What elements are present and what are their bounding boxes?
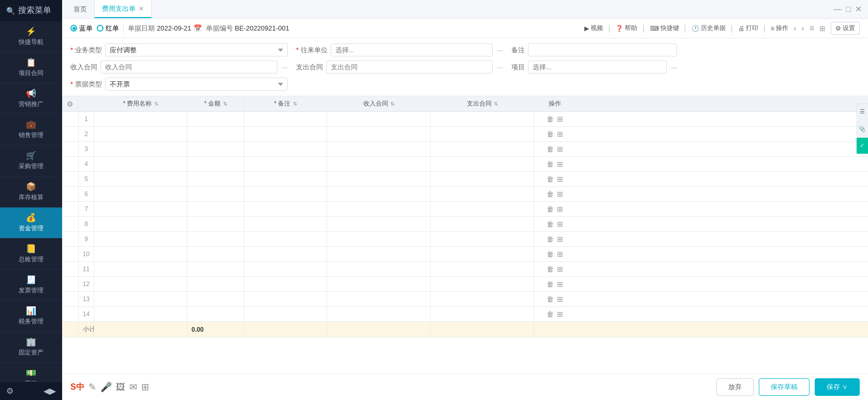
config-gear-icon[interactable]: ⚙ — [67, 100, 73, 108]
project-input[interactable] — [528, 61, 667, 73]
action-history[interactable]: 🕐 历史单据 — [692, 24, 726, 33]
sort-income-contract-icon[interactable]: ⇅ — [390, 101, 394, 107]
mic-icon[interactable]: 🎤 — [100, 381, 112, 393]
income-contract-dots-icon[interactable]: ··· — [282, 63, 288, 71]
tab-close-icon[interactable]: ✕ — [139, 5, 144, 12]
row-expense-name[interactable] — [94, 232, 187, 246]
remark-input[interactable] — [528, 43, 677, 56]
action-operations[interactable]: ≡ 操作 — [771, 24, 788, 33]
row-income-contract[interactable] — [327, 112, 431, 126]
row-expense-contract[interactable] — [431, 307, 534, 321]
row-income-contract[interactable] — [327, 127, 431, 141]
row-expense-contract[interactable] — [431, 277, 534, 291]
grid-icon[interactable]: ⊞ — [141, 381, 149, 393]
copy-row-icon[interactable]: ⊞ — [557, 280, 563, 288]
row-expense-contract[interactable] — [431, 187, 534, 201]
row-expense-name[interactable] — [94, 217, 187, 231]
row-amount[interactable] — [187, 172, 244, 186]
row-amount[interactable] — [187, 217, 244, 231]
row-expense-contract[interactable] — [431, 142, 534, 156]
row-income-contract[interactable] — [327, 202, 431, 216]
row-expense-contract[interactable] — [431, 232, 534, 246]
row-remark[interactable] — [244, 277, 327, 291]
row-expense-contract[interactable] — [431, 112, 534, 126]
window-maximize-icon[interactable]: □ — [844, 5, 853, 14]
row-amount[interactable] — [187, 187, 244, 201]
row-expense-name[interactable] — [94, 142, 187, 156]
row-expense-name[interactable] — [94, 127, 187, 141]
action-video[interactable]: ▶ 视频 — [584, 24, 603, 33]
delete-row-icon[interactable]: 🗑 — [547, 310, 554, 318]
delete-row-icon[interactable]: 🗑 — [547, 265, 554, 273]
copy-row-icon[interactable]: ⊞ — [557, 250, 563, 258]
settings-button[interactable]: ⚙ 设置 — [831, 22, 860, 35]
row-amount[interactable] — [187, 232, 244, 246]
copy-row-icon[interactable]: ⊞ — [557, 160, 563, 168]
copy-row-icon[interactable]: ⊞ — [557, 295, 563, 303]
nav-prev-icon[interactable]: ‹ — [793, 24, 796, 33]
sidebar-item-fixed-assets[interactable]: 🏢 固定资产 — [0, 332, 62, 363]
list-view-icon[interactable]: ≡ — [810, 24, 814, 33]
row-remark[interactable] — [244, 262, 327, 276]
row-remark[interactable] — [244, 172, 327, 186]
discard-button[interactable]: 放弃 — [716, 378, 754, 396]
row-expense-name[interactable] — [94, 247, 187, 261]
row-expense-contract[interactable] — [431, 172, 534, 186]
action-help[interactable]: ❓ 帮助 — [615, 24, 637, 33]
delete-row-icon[interactable]: 🗑 — [547, 220, 554, 228]
row-expense-name[interactable] — [94, 112, 187, 126]
row-income-contract[interactable] — [327, 187, 431, 201]
edit-icon[interactable]: ✎ — [89, 381, 96, 393]
side-panel-btn-1[interactable]: ☰ — [857, 103, 868, 120]
sidebar-item-payroll[interactable]: 💵 工资 — [0, 363, 62, 381]
row-income-contract[interactable] — [327, 217, 431, 231]
delete-row-icon[interactable]: 🗑 — [547, 190, 554, 198]
side-panel-btn-3[interactable]: ✓ — [857, 138, 868, 154]
volume-icon[interactable]: ◀▶ — [43, 386, 56, 396]
sidebar-item-accounting[interactable]: 📒 总账管理 — [0, 239, 62, 270]
copy-row-icon[interactable]: ⊞ — [557, 115, 563, 123]
copy-row-icon[interactable]: ⊞ — [557, 175, 563, 183]
mail-icon[interactable]: ✉ — [129, 381, 137, 393]
party-input[interactable] — [331, 43, 493, 56]
tab-home[interactable]: 首页 — [66, 0, 95, 18]
row-expense-name[interactable] — [94, 307, 187, 321]
row-remark[interactable] — [244, 217, 327, 231]
row-expense-contract[interactable] — [431, 127, 534, 141]
row-remark[interactable] — [244, 232, 327, 246]
window-minimize-icon[interactable]: — — [831, 5, 844, 14]
row-expense-name[interactable] — [94, 187, 187, 201]
row-expense-name[interactable] — [94, 157, 187, 171]
window-close-icon[interactable]: ✕ — [853, 4, 864, 14]
row-expense-contract[interactable] — [431, 202, 534, 216]
row-remark[interactable] — [244, 292, 327, 306]
row-expense-contract[interactable] — [431, 247, 534, 261]
row-amount[interactable] — [187, 247, 244, 261]
sidebar-item-project-contract[interactable]: 📋 项目合同 — [0, 52, 62, 83]
row-expense-name[interactable] — [94, 172, 187, 186]
copy-row-icon[interactable]: ⊞ — [557, 310, 563, 318]
row-amount[interactable] — [187, 262, 244, 276]
delete-row-icon[interactable]: 🗑 — [547, 175, 554, 183]
delete-row-icon[interactable]: 🗑 — [547, 160, 554, 168]
row-expense-name[interactable] — [94, 262, 187, 276]
date-value[interactable]: 2022-09-21 — [157, 24, 192, 32]
nav-next-icon[interactable]: › — [801, 24, 804, 33]
row-expense-name[interactable] — [94, 277, 187, 291]
row-income-contract[interactable] — [327, 232, 431, 246]
row-amount[interactable] — [187, 277, 244, 291]
col-expense-contract[interactable]: 支出合同 ⇅ — [431, 96, 534, 111]
delete-row-icon[interactable]: 🗑 — [547, 115, 554, 123]
delete-row-icon[interactable]: 🗑 — [547, 250, 554, 258]
col-remark[interactable]: * 备注 ⇅ — [244, 96, 327, 111]
row-amount[interactable] — [187, 127, 244, 141]
copy-row-icon[interactable]: ⊞ — [557, 235, 563, 243]
row-remark[interactable] — [244, 142, 327, 156]
row-income-contract[interactable] — [327, 247, 431, 261]
row-amount[interactable] — [187, 157, 244, 171]
business-type-select[interactable]: 应付调整 — [105, 43, 288, 56]
row-income-contract[interactable] — [327, 142, 431, 156]
image-icon[interactable]: 🖼 — [116, 382, 125, 393]
delete-row-icon[interactable]: 🗑 — [547, 145, 554, 153]
copy-row-icon[interactable]: ⊞ — [557, 220, 563, 228]
